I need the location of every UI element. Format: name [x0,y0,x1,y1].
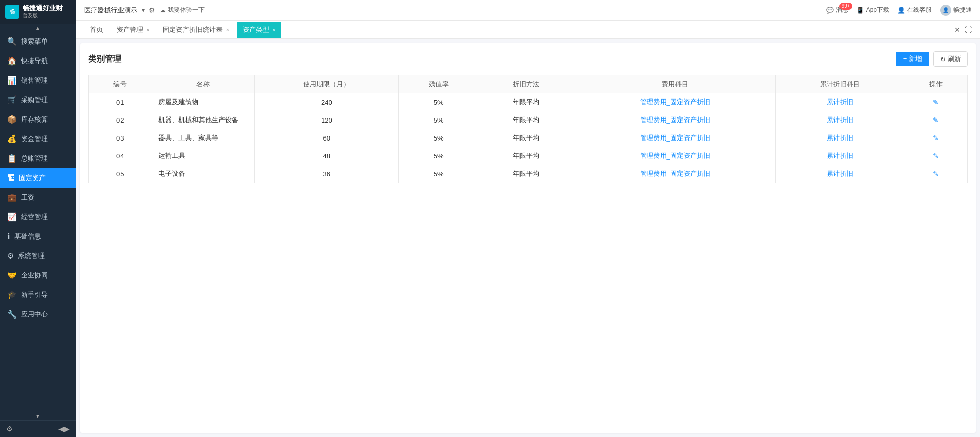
col-header-code: 编号 [89,75,152,93]
tab-depreciation-table[interactable]: 固定资产折旧统计表× [157,22,234,38]
cell-code[interactable]: 02 [89,111,152,129]
tab-close-asset-mgmt[interactable]: × [146,27,149,33]
top-bar-right: 💬 消息 99 📱 App下载 👤 在线客服 👤 畅捷通 [826,5,972,16]
customer-service-btn[interactable]: 👤 在线客服 [897,6,932,14]
nav-icon-funds: 💰 [7,134,17,144]
cell-code[interactable]: 03 [89,129,152,147]
tab-asset-mgmt[interactable]: 资产管理× [111,22,155,38]
nav-icon-purchase: 🛒 [7,95,17,105]
message-badge: 99 [839,3,852,10]
nav-label-operations: 经营管理 [21,212,48,222]
topbar-gear-icon[interactable]: ⚙ [149,6,155,14]
nav-label-quick-nav: 快捷导航 [21,56,48,66]
content-header: 类别管理 + 新增 ↻ 刷新 [88,51,968,67]
sidebar-item-basic-info[interactable]: ℹ基础信息 [0,227,76,246]
cell-name: 器具、工具、家具等 [152,129,254,147]
tab-asset-type[interactable]: 资产类型× [237,22,281,38]
message-btn[interactable]: 💬 消息 99 [826,6,848,14]
sidebar-item-sales[interactable]: 📊销售管理 [0,71,76,90]
cell-name: 运输工具 [152,147,254,165]
cell-action[interactable]: ✎ [904,111,968,129]
sidebar: 畅 畅捷通好业财 普及版 ▲ 🔍搜索菜单🏠快捷导航📊销售管理🛒采购管理📦库存核算… [0,0,76,437]
sidebar-item-ledger[interactable]: 📋总账管理 [0,149,76,168]
nav-icon-salary: 💼 [7,193,17,202]
tab-label-asset-type: 资产类型 [243,25,269,34]
settings-icon[interactable]: ⚙ [6,425,13,433]
sidebar-item-search[interactable]: 🔍搜索菜单 [0,32,76,51]
customer-service-label: 在线客服 [907,6,932,14]
cell-depreciation_subject: 累计折旧 [776,93,904,111]
nav-label-enterprise: 企业协同 [21,271,48,280]
user-menu[interactable]: 👤 畅捷通 [940,5,972,16]
cell-action[interactable]: ✎ [904,129,968,147]
sidebar-item-funds[interactable]: 💰资金管理 [0,129,76,149]
sidebar-item-system[interactable]: ⚙系统管理 [0,246,76,266]
sidebar-item-inventory[interactable]: 📦库存核算 [0,110,76,129]
app-download-btn[interactable]: 📱 App下载 [856,6,889,14]
sidebar-item-guide[interactable]: 🎓新手引导 [0,285,76,305]
collapse-icon[interactable]: ◀▶ [58,425,70,433]
nav-icon-basic-info: ℹ [7,232,10,241]
tab-close-depreciation-table[interactable]: × [226,27,229,33]
data-table: 编号名称使用期限（月）残值率折旧方法费用科目累计折旧科目操作 01房屋及建筑物2… [88,75,968,183]
scroll-up-arrow[interactable]: ▲ [35,25,41,31]
edit-icon[interactable]: ✎ [933,134,939,142]
tab-close-window-btn[interactable]: ✕ [954,26,961,34]
tab-home[interactable]: 首页 [84,22,109,38]
cell-action[interactable]: ✎ [904,165,968,183]
sidebar-item-fixed-assets[interactable]: 🏗固定资产 [0,168,76,188]
nav-icon-sales: 📊 [7,76,17,85]
new-button[interactable]: + 新增 [896,52,929,66]
sidebar-item-enterprise[interactable]: 🤝企业协同 [0,266,76,285]
cell-action[interactable]: ✎ [904,147,968,165]
cell-code[interactable]: 04 [89,147,152,165]
nav-label-search: 搜索菜单 [21,37,48,46]
service-icon: 👤 [897,7,905,14]
cell-method: 年限平均 [478,111,574,129]
edit-icon[interactable]: ✎ [933,98,939,106]
tab-actions: ✕ ⛶ [954,26,972,34]
scroll-down-arrow[interactable]: ▼ [35,413,41,419]
cell-depreciation_subject: 累计折旧 [776,129,904,147]
cell-depreciation_subject: 累计折旧 [776,165,904,183]
table-row: 02机器、机械和其他生产设备1205%年限平均管理费用_固定资产折旧累计折旧✎ [89,111,968,129]
sidebar-item-salary[interactable]: 💼工资 [0,188,76,207]
cell-name: 房屋及建筑物 [152,93,254,111]
nav-label-funds: 资金管理 [21,134,48,144]
cell-residual: 5% [399,111,478,129]
sidebar-item-quick-nav[interactable]: 🏠快捷导航 [0,51,76,71]
sidebar-item-purchase[interactable]: 🛒采购管理 [0,90,76,110]
cell-period: 60 [254,129,398,147]
tab-maximize-btn[interactable]: ⛶ [965,26,972,34]
col-header-period: 使用期限（月） [254,75,398,93]
content-area: 类别管理 + 新增 ↻ 刷新 编号名称使用期限（月）残值率折旧方法费用科目累计折… [80,43,976,433]
logo-text-block: 畅捷通好业财 普及版 [23,4,63,19]
experience-btn[interactable]: ☁ 我要体验一下 [159,6,205,14]
dropdown-icon[interactable]: ▾ [142,7,145,14]
cell-code[interactable]: 01 [89,93,152,111]
sidebar-item-app-center[interactable]: 🔧应用中心 [0,305,76,324]
refresh-button[interactable]: ↻ 刷新 [933,51,968,67]
cell-expense_subject: 管理费用_固定资产折旧 [574,111,775,129]
edit-icon[interactable]: ✎ [933,152,939,160]
edit-icon[interactable]: ✎ [933,170,939,178]
sidebar-item-operations[interactable]: 📈经营管理 [0,207,76,227]
cell-name: 电子设备 [152,165,254,183]
tab-close-asset-type[interactable]: × [272,27,275,33]
col-header-action: 操作 [904,75,968,93]
col-header-method: 折旧方法 [478,75,574,93]
logo-icon: 畅 [5,5,19,19]
cell-method: 年限平均 [478,129,574,147]
cell-action[interactable]: ✎ [904,93,968,111]
top-bar: 医疗器械行业演示 ▾ ⚙ ☁ 我要体验一下 💬 消息 99 📱 App下载 👤 … [76,0,980,21]
cell-residual: 5% [399,147,478,165]
cell-code[interactable]: 05 [89,165,152,183]
cell-expense_subject: 管理费用_固定资产折旧 [574,147,775,165]
nav-icon-app-center: 🔧 [7,310,17,319]
nav-icon-enterprise: 🤝 [7,271,17,280]
nav-label-purchase: 采购管理 [21,95,48,105]
sidebar-footer: ⚙ ◀▶ [0,420,76,437]
cell-period: 48 [254,147,398,165]
tab-bar: 首页资产管理×固定资产折旧统计表×资产类型× ✕ ⛶ [76,21,980,39]
edit-icon[interactable]: ✎ [933,116,939,124]
